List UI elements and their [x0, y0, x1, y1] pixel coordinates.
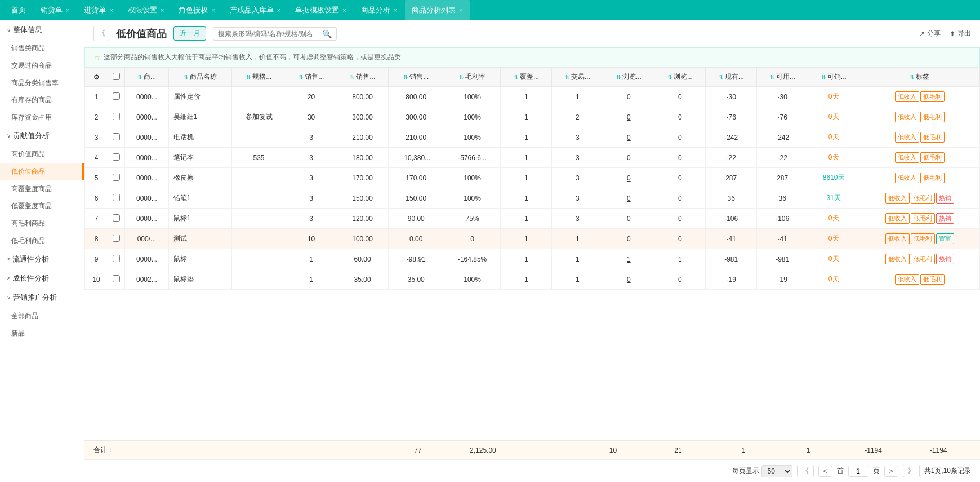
sales-amount-col-header[interactable]: ⇅ 销售...	[388, 68, 444, 87]
spec-col-header[interactable]: ⇅ 规格...	[232, 68, 286, 87]
row-browse1[interactable]: 0	[603, 148, 654, 168]
browse-link[interactable]: 1	[627, 255, 631, 263]
sidebar-group-marketing[interactable]: ∨ 营销推广分析	[0, 288, 84, 307]
row-browse1[interactable]: 0	[603, 188, 654, 209]
row-checkbox[interactable]	[113, 214, 120, 222]
row-browse1[interactable]: 0	[603, 168, 654, 188]
row-checkbox-cell[interactable]	[108, 148, 125, 168]
sales-qty-col-header[interactable]: ⇅ 销售...	[286, 68, 337, 87]
sidebar-item-high-margin[interactable]: 高毛利商品	[0, 215, 84, 232]
sidebar-group-circulation[interactable]: > 流通性分析	[0, 250, 84, 269]
sidebar-item-inventory-capital[interactable]: 库存资金占用	[0, 109, 84, 126]
nav-role-auth[interactable]: 角色授权 ×	[172, 0, 221, 20]
nav-product-analysis-list[interactable]: 商品分析列表 ×	[405, 0, 469, 20]
nav-template[interactable]: 单据模板设置 ×	[288, 0, 353, 20]
sidebar-item-low-coverage[interactable]: 低覆盖度商品	[0, 197, 84, 215]
nav-finished-goods[interactable]: 产成品入库单 ×	[223, 0, 287, 20]
browse2-col-header[interactable]: ⇅ 浏览...	[654, 68, 706, 87]
browse-link[interactable]: 0	[627, 113, 631, 121]
browse-link[interactable]: 0	[627, 134, 631, 141]
row-checkbox-cell[interactable]	[108, 249, 125, 269]
row-checkbox-cell[interactable]	[108, 87, 125, 107]
last-page-btn[interactable]: 》	[903, 465, 920, 477]
sidebar-group-overall[interactable]: ∨ 整体信息	[0, 20, 84, 39]
row-name[interactable]: 测试	[168, 229, 232, 249]
close-icon[interactable]: ×	[211, 7, 215, 14]
row-name[interactable]: 鼠标1	[168, 209, 232, 229]
row-browse1[interactable]: 0	[603, 229, 654, 249]
row-checkbox[interactable]	[113, 92, 120, 100]
first-page-btn[interactable]: 《	[797, 465, 814, 477]
row-browse1[interactable]: 1	[603, 249, 654, 269]
browse1-col-header[interactable]: ⇅ 浏览...	[603, 68, 654, 87]
sidebar-item-high-value[interactable]: 高价值商品	[0, 145, 84, 163]
sidebar-group-growth[interactable]: > 成长性分析	[0, 269, 84, 288]
row-browse1[interactable]: 0	[603, 87, 654, 107]
browse-link[interactable]: 0	[627, 154, 631, 162]
current-col-header[interactable]: ⇅ 现有...	[706, 68, 757, 87]
sidebar-item-new-products[interactable]: 新品	[0, 325, 84, 342]
checkbox-col-header[interactable]	[108, 68, 125, 87]
nav-home[interactable]: 首页	[5, 0, 33, 20]
close-icon[interactable]: ×	[161, 7, 164, 14]
row-checkbox-cell[interactable]	[108, 229, 125, 249]
row-checkbox[interactable]	[113, 174, 120, 181]
row-name[interactable]: 吴细细1	[168, 107, 232, 127]
close-icon[interactable]: ×	[109, 7, 113, 14]
settings-col-header[interactable]: ⚙	[85, 68, 108, 87]
row-name[interactable]: 铅笔1	[168, 188, 232, 209]
available-col-header[interactable]: ⇅ 可用...	[757, 68, 808, 87]
row-name[interactable]: 属性定价	[168, 87, 232, 107]
browse-link[interactable]: 0	[627, 194, 631, 202]
page-input[interactable]	[848, 466, 868, 477]
row-checkbox-cell[interactable]	[108, 107, 125, 127]
row-name[interactable]: 鼠标	[168, 249, 232, 269]
row-checkbox[interactable]	[113, 153, 120, 161]
sidebar-item-high-coverage[interactable]: 高覆盖度商品	[0, 180, 84, 198]
browse-link[interactable]: 0	[627, 215, 631, 223]
row-browse1[interactable]: 0	[603, 269, 654, 290]
row-checkbox[interactable]	[113, 113, 120, 120]
row-checkbox[interactable]	[113, 275, 120, 282]
sidebar-item-category-rate[interactable]: 商品分类销售率	[0, 74, 84, 92]
prev-page-btn[interactable]: <	[818, 466, 832, 477]
close-icon[interactable]: ×	[342, 7, 346, 14]
browse-link[interactable]: 0	[627, 93, 631, 101]
sidebar-item-all-products[interactable]: 全部商品	[0, 307, 84, 325]
code-col-header[interactable]: ⇅ 商...	[125, 68, 169, 87]
row-checkbox[interactable]	[113, 133, 120, 140]
nav-purchase-order[interactable]: 进货单 ×	[77, 0, 119, 20]
cover-col-header[interactable]: ⇅ 覆盖...	[501, 68, 552, 87]
row-checkbox-cell[interactable]	[108, 269, 125, 290]
row-browse1[interactable]: 0	[603, 107, 654, 127]
row-checkbox[interactable]	[113, 255, 120, 262]
sidebar-item-low-margin[interactable]: 低毛利商品	[0, 232, 84, 250]
name-col-header[interactable]: ⇅ 商品名称	[168, 68, 232, 87]
browse-link[interactable]: 0	[627, 276, 631, 284]
close-icon[interactable]: ×	[66, 7, 69, 14]
table-wrapper[interactable]: ⚙ ⇅ 商... ⇅ 商品名称 ⇅ 规格... ⇅ 销售... ⇅ 销售... …	[84, 67, 980, 440]
browse-link[interactable]: 0	[627, 235, 631, 243]
collapse-sidebar-btn[interactable]: 《	[93, 26, 109, 41]
next-page-btn[interactable]: >	[884, 466, 898, 477]
tag-col-header[interactable]: ⇅ 标签	[859, 68, 980, 87]
trade-col-header[interactable]: ⇅ 交易...	[552, 68, 603, 87]
row-checkbox-cell[interactable]	[108, 188, 125, 209]
sales-price-col-header[interactable]: ⇅ 销售...	[337, 68, 388, 87]
row-browse1[interactable]: 0	[603, 209, 654, 229]
sidebar-group-contribution[interactable]: ∨ 贡献值分析	[0, 126, 84, 145]
filter-recent-month-btn[interactable]: 近一月	[173, 26, 206, 41]
share-btn[interactable]: ↗ 分享	[919, 29, 941, 38]
browse-link[interactable]: 0	[627, 174, 631, 182]
row-name[interactable]: 橡皮擦	[168, 168, 232, 188]
sidebar-item-sales-products[interactable]: 销售类商品	[0, 39, 84, 57]
sidebar-item-low-value[interactable]: 低价值商品	[0, 163, 84, 180]
row-checkbox[interactable]	[113, 235, 120, 242]
row-name[interactable]: 鼠标垫	[168, 269, 232, 290]
row-name[interactable]: 笔记本	[168, 148, 232, 168]
row-checkbox-cell[interactable]	[108, 209, 125, 229]
nav-sales-order[interactable]: 销货单 ×	[34, 0, 76, 20]
nav-permission[interactable]: 权限设置 ×	[121, 0, 171, 20]
nav-product-analysis[interactable]: 商品分析 ×	[354, 0, 404, 20]
row-checkbox[interactable]	[113, 194, 120, 201]
